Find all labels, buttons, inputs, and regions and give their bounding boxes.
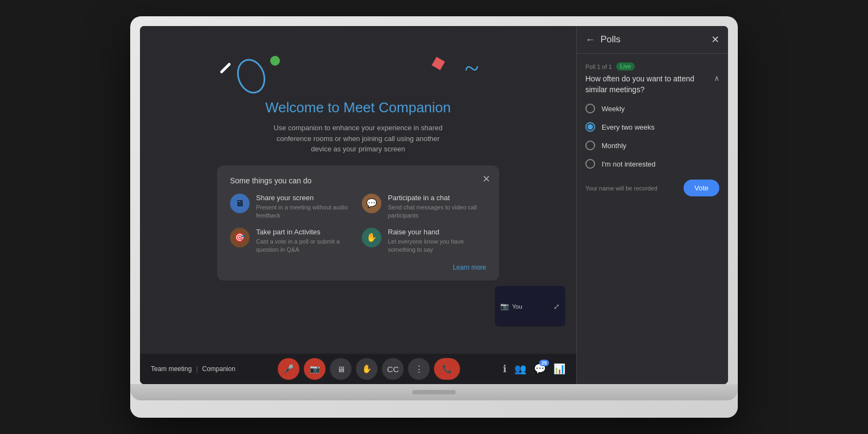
right-controls: ℹ 👥 💬 25 📊 bbox=[503, 363, 565, 375]
participants-button[interactable]: 👥 bbox=[514, 363, 526, 375]
vote-button[interactable]: Vote bbox=[684, 180, 719, 196]
camera-mute-button[interactable]: 📷 bbox=[304, 358, 326, 380]
welcome-title: Welcome to Meet Companion bbox=[265, 99, 451, 116]
activities-button[interactable]: 📊 bbox=[553, 363, 565, 375]
present-button[interactable]: 🖥 bbox=[330, 358, 352, 380]
poll-option-3[interactable]: I'm not interested bbox=[585, 159, 719, 169]
poll-question-text: How often do you want to attend similar … bbox=[585, 74, 710, 95]
deco-wave: ~ bbox=[464, 53, 478, 83]
things-card-title: Some things you can do bbox=[230, 176, 486, 185]
deco-green-dot bbox=[270, 56, 280, 66]
self-view-label: You bbox=[512, 303, 522, 310]
poll-option-label-1: Every two weeks bbox=[602, 123, 655, 131]
deco-oval bbox=[232, 55, 270, 97]
self-view: 📷 You ⤢ bbox=[495, 286, 565, 327]
activities-desc: Cast a vote in a poll or submit a questi… bbox=[256, 238, 354, 254]
things-card: Some things you can do ✕ 🖥 Share your sc… bbox=[217, 165, 499, 280]
expand-icon[interactable]: ⤢ bbox=[553, 302, 560, 311]
polls-panel: ← Polls ✕ Poll 1 of 1 Live How often do … bbox=[576, 26, 728, 384]
things-grid: 🖥 Share your screen Present in a meeting… bbox=[230, 194, 486, 254]
mic-mute-button[interactable]: 🎤 bbox=[278, 358, 299, 380]
companion-label: Companion bbox=[202, 365, 235, 373]
things-card-close-button[interactable]: ✕ bbox=[482, 174, 490, 184]
info-button[interactable]: ℹ bbox=[503, 363, 507, 375]
poll-name-note: Your name will be recorded bbox=[585, 185, 658, 192]
activities-icon: 🎯 bbox=[230, 228, 250, 247]
raise-hand-button[interactable]: ✋ bbox=[356, 358, 378, 380]
polls-header: ← Polls ✕ bbox=[577, 26, 728, 54]
radio-monthly bbox=[585, 141, 595, 150]
raise-hand-icon: ✋ bbox=[362, 228, 381, 247]
learn-more-link[interactable]: Learn more bbox=[453, 264, 486, 271]
poll-question: How often do you want to attend similar … bbox=[585, 74, 719, 95]
more-options-button[interactable]: ⋮ bbox=[408, 358, 430, 380]
deco-pink-rect bbox=[432, 57, 445, 71]
main-area: ~ Welcome to Meet Companion Use companio… bbox=[140, 26, 576, 384]
thing-item-chat: 💬 Participate in a chat Send chat messag… bbox=[362, 194, 486, 220]
poll-meta: Poll 1 of 1 Live bbox=[585, 62, 719, 71]
activities-title: Take part in Activites bbox=[256, 228, 354, 236]
chat-title: Participate in a chat bbox=[388, 194, 486, 202]
radio-every-two-weeks bbox=[585, 122, 595, 132]
chat-button[interactable]: 💬 25 bbox=[534, 363, 546, 375]
chat-icon: 💬 bbox=[362, 194, 381, 213]
poll-option-label-3: I'm not interested bbox=[602, 160, 655, 168]
controls: 🎤 📷 🖥 ✋ CC ⋮ 📞 bbox=[278, 358, 460, 380]
radio-weekly bbox=[585, 104, 595, 113]
laptop-notch bbox=[412, 390, 456, 394]
meeting-info: Team meeting | Companion bbox=[151, 365, 235, 373]
polls-close-button[interactable]: ✕ bbox=[711, 34, 719, 46]
polls-body: Poll 1 of 1 Live How often do you want t… bbox=[577, 54, 728, 384]
raise-hand-title: Raise your hand bbox=[388, 228, 486, 236]
poll-option-label-0: Weekly bbox=[602, 105, 624, 113]
screen-content: ~ Welcome to Meet Companion Use companio… bbox=[140, 26, 728, 384]
poll-option-1[interactable]: Every two weeks bbox=[585, 122, 719, 132]
camera-off-icon: 📷 bbox=[500, 302, 509, 310]
share-screen-desc: Present in a meeting without audio feedb… bbox=[256, 203, 354, 220]
live-badge: Live bbox=[616, 62, 635, 71]
chat-desc: Send chat messages to video call partici… bbox=[388, 203, 486, 220]
meeting-separator: | bbox=[196, 365, 197, 373]
poll-option-2[interactable]: Monthly bbox=[585, 141, 719, 150]
laptop-screen: ~ Welcome to Meet Companion Use companio… bbox=[140, 26, 728, 384]
thing-item-raise-hand: ✋ Raise your hand Let everyone know you … bbox=[362, 228, 486, 254]
meeting-name: Team meeting bbox=[151, 365, 192, 373]
thing-item-share-screen: 🖥 Share your screen Present in a meeting… bbox=[230, 194, 354, 220]
welcome-area: ~ Welcome to Meet Companion Use companio… bbox=[140, 26, 576, 354]
poll-footer: Your name will be recorded Vote bbox=[585, 180, 719, 196]
poll-options: Weekly Every two weeks Monthly bbox=[585, 104, 719, 169]
end-call-button[interactable]: 📞 bbox=[434, 358, 460, 380]
share-screen-title: Share your screen bbox=[256, 194, 354, 202]
polls-title: Polls bbox=[601, 34, 706, 45]
laptop-frame: ~ Welcome to Meet Companion Use companio… bbox=[130, 16, 738, 418]
poll-meta-text: Poll 1 of 1 bbox=[585, 63, 612, 70]
laptop-base bbox=[130, 384, 738, 400]
poll-collapse-button[interactable]: ∧ bbox=[710, 74, 719, 82]
poll-option-label-2: Monthly bbox=[602, 142, 627, 150]
radio-not-interested bbox=[585, 159, 595, 169]
chat-badge: 25 bbox=[539, 360, 549, 366]
bottom-bar: Team meeting | Companion 🎤 📷 🖥 ✋ CC ⋮ 📞 bbox=[140, 354, 576, 384]
poll-option-0[interactable]: Weekly bbox=[585, 104, 719, 113]
polls-back-button[interactable]: ← bbox=[585, 34, 595, 46]
share-screen-icon: 🖥 bbox=[230, 194, 250, 213]
radio-inner bbox=[588, 124, 593, 130]
learn-more-container: Learn more bbox=[230, 262, 486, 272]
thing-item-activities: 🎯 Take part in Activites Cast a vote in … bbox=[230, 228, 354, 254]
deco-slash-left bbox=[220, 62, 231, 74]
captions-button[interactable]: CC bbox=[382, 358, 404, 380]
welcome-subtitle: Use companion to enhance your experience… bbox=[271, 123, 445, 155]
raise-hand-desc: Let everyone know you have something to … bbox=[388, 238, 486, 254]
